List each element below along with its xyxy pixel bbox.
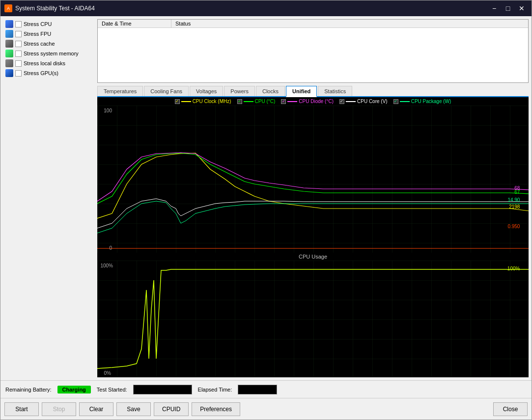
stress-item-mem[interactable]: Stress system memory <box>3 49 94 58</box>
stress-icon-fpu <box>5 30 13 38</box>
legend-item-cpu-core--v-: ✓ CPU Core (V) <box>339 99 388 104</box>
bottom-bar: Start Stop Clear Save CPUID Preferences … <box>0 398 532 420</box>
stress-checkbox-cache[interactable] <box>15 41 22 47</box>
stress-icon-mem <box>5 50 13 57</box>
tab-clocks[interactable]: Clocks <box>256 86 285 96</box>
stress-label-mem: Stress system memory <box>24 51 79 56</box>
maximize-button[interactable]: □ <box>502 3 514 13</box>
legend-label: CPU Package (W) <box>411 99 451 104</box>
stress-icon-cpu <box>5 20 13 28</box>
window-title: System Stability Test - AIDA64 <box>15 5 488 12</box>
legend-line <box>287 101 297 102</box>
tab-unified[interactable]: Unified <box>286 86 317 97</box>
svg-rect-1 <box>97 105 529 253</box>
tab-bar: TemperaturesCooling FansVoltagesPowersCl… <box>97 86 529 97</box>
legend-label: CPU Core (V) <box>357 99 388 104</box>
usage-y-bottom: 0% <box>104 370 112 376</box>
title-bar: A System Stability Test - AIDA64 − □ ✕ <box>0 0 532 16</box>
elapsed-field <box>238 385 277 394</box>
top-chart-svg: 100 0 <box>97 105 529 253</box>
legend-check[interactable]: ✓ <box>237 99 242 104</box>
value-label-2: 67 <box>514 189 520 195</box>
stress-checkbox-mem[interactable] <box>15 51 22 57</box>
close-button[interactable]: Close <box>493 402 528 416</box>
status-bar: Remaining Battery: Charging Test Started… <box>0 380 532 398</box>
log-col-datetime: Date & Time <box>98 20 171 27</box>
legend-item-cpu-package--w-: ✓ CPU Package (W) <box>393 99 451 104</box>
stress-checkbox-gpu[interactable] <box>15 70 22 77</box>
legend-check[interactable]: ✓ <box>175 99 180 104</box>
tab-cooling[interactable]: Cooling Fans <box>144 86 189 96</box>
stress-checkbox-disk[interactable] <box>15 60 22 67</box>
window-controls: − □ ✕ <box>488 3 528 13</box>
legend-label: CPU (°C) <box>255 99 276 104</box>
stress-label-cpu: Stress CPU <box>24 21 52 27</box>
save-button[interactable]: Save <box>116 402 151 416</box>
legend-check[interactable]: ✓ <box>393 99 398 104</box>
cpuid-button[interactable]: CPUID <box>154 402 189 416</box>
usage-value-right: 100% <box>507 266 520 271</box>
battery-label: Remaining Battery: <box>5 387 52 393</box>
minimize-button[interactable]: − <box>488 3 500 13</box>
legend-line <box>244 101 253 102</box>
start-button[interactable]: Start <box>4 402 39 416</box>
chart-area: ✓ CPU Clock (MHz) ✓ CPU (°C) ✓ CPU Diode… <box>97 97 529 377</box>
stress-icon-disk <box>5 59 13 67</box>
stress-panel: Stress CPU Stress FPU Stress cache Stres… <box>3 19 94 377</box>
tab-statistics[interactable]: Statistics <box>318 86 352 96</box>
value-label-5: 0.950 <box>507 224 520 229</box>
legend-label: CPU Diode (°C) <box>299 99 334 104</box>
test-started-field <box>133 385 192 394</box>
stress-item-cpu[interactable]: Stress CPU <box>3 19 94 29</box>
elapsed-label: Elapsed Time: <box>198 387 232 393</box>
legend-check[interactable]: ✓ <box>339 99 344 104</box>
legend-label: CPU Clock (MHz) <box>193 99 231 104</box>
value-label-4: 14.90 <box>507 197 520 203</box>
stress-label-cache: Stress cache <box>24 41 55 47</box>
stress-icon-cache <box>5 40 13 48</box>
chart-legend-top: ✓ CPU Clock (MHz) ✓ CPU (°C) ✓ CPU Diode… <box>97 97 529 105</box>
log-col-status: Status <box>171 20 528 27</box>
stress-item-fpu[interactable]: Stress FPU <box>3 29 94 39</box>
stress-item-gpu[interactable]: Stress GPU(s) <box>3 68 94 78</box>
top-chart-svg-container: 100 0 <box>97 105 529 253</box>
stress-item-disk[interactable]: Stress local disks <box>3 58 94 68</box>
bottom-chart-svg: 100% 0% 100% <box>97 261 529 377</box>
tab-voltages[interactable]: Voltages <box>190 86 223 96</box>
stress-icon-gpu <box>5 69 13 77</box>
tab-powers[interactable]: Powers <box>224 86 255 96</box>
legend-item-cpu-diode---c-: ✓ CPU Diode (°C) <box>281 99 334 104</box>
bottom-chart-title: CPU Usage <box>97 253 529 261</box>
stress-checkbox-fpu[interactable] <box>15 31 22 37</box>
y-label-top: 100 <box>104 108 112 113</box>
log-area: Date & Time Status <box>97 19 529 83</box>
tab-area: TemperaturesCooling FansVoltagesPowersCl… <box>97 83 529 377</box>
legend-line <box>400 101 410 102</box>
main-window: A System Stability Test - AIDA64 − □ ✕ S… <box>0 0 532 420</box>
test-started-label: Test Started: <box>97 387 127 393</box>
legend-line <box>181 101 191 102</box>
log-header: Date & Time Status <box>98 20 528 28</box>
stress-checkbox-cpu[interactable] <box>15 21 22 27</box>
close-button[interactable]: ✕ <box>516 3 528 13</box>
tab-temperatures[interactable]: Temperatures <box>97 86 143 96</box>
main-content: Stress CPU Stress FPU Stress cache Stres… <box>0 16 532 380</box>
stress-label-fpu: Stress FPU <box>24 31 51 37</box>
stop-button[interactable]: Stop <box>42 402 76 416</box>
app-icon: A <box>4 4 12 12</box>
bottom-chart-block: CPU Usage 100% 0% 10 <box>97 253 529 377</box>
stress-label-disk: Stress local disks <box>24 60 65 66</box>
legend-line <box>346 101 356 102</box>
charging-badge: Charging <box>57 386 91 394</box>
legend-item-cpu-clock--mhz-: ✓ CPU Clock (MHz) <box>175 99 231 104</box>
tabs-container: TemperaturesCooling FansVoltagesPowersCl… <box>97 86 529 97</box>
clear-button[interactable]: Clear <box>79 402 113 416</box>
bottom-chart-container: 100% 0% 100% <box>97 261 529 377</box>
stress-item-cache[interactable]: Stress cache <box>3 39 94 49</box>
legend-check[interactable]: ✓ <box>281 99 286 104</box>
top-chart-block: ✓ CPU Clock (MHz) ✓ CPU (°C) ✓ CPU Diode… <box>97 97 529 253</box>
legend-item-cpu---c-: ✓ CPU (°C) <box>237 99 276 104</box>
svg-rect-3 <box>97 261 529 377</box>
stress-label-gpu: Stress GPU(s) <box>24 70 58 76</box>
preferences-button[interactable]: Preferences <box>192 402 240 416</box>
